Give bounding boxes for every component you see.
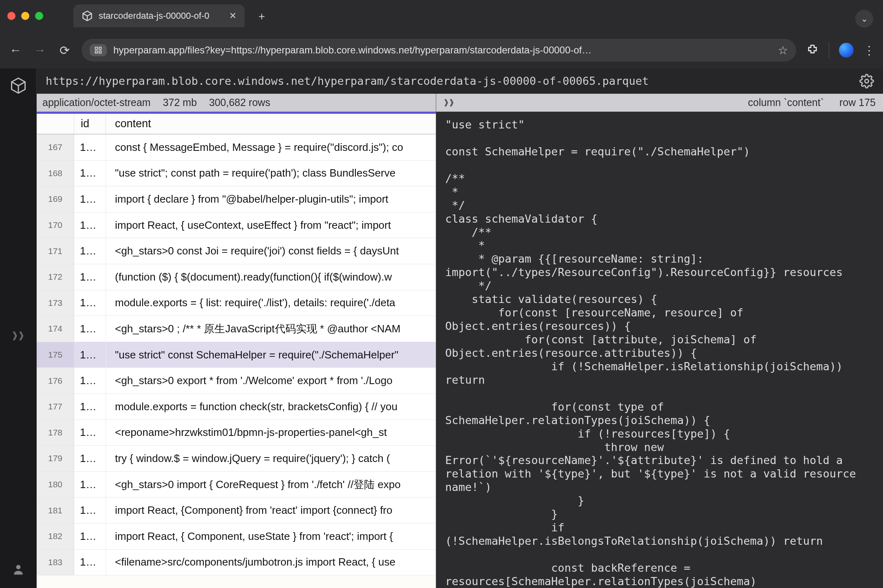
detail-row-label: row 175 [839,97,876,108]
cell-id: 1… [74,342,106,368]
app-root: ❱❱ https://hyperparam.blob.core.windows.… [0,69,883,588]
tab-close-icon[interactable]: ✕ [229,11,236,21]
row-count: 300,682 rows [209,97,270,108]
settings-gear-icon[interactable] [859,74,874,88]
cell-id: 1… [74,368,106,393]
svg-point-4 [16,565,20,569]
cell-content: <gh_stars>0 export * from './Welcome' ex… [106,368,436,393]
cell-content: import React, {Component} from 'react' i… [106,497,436,523]
table-row[interactable]: 1761…<gh_stars>0 export * from './Welcom… [37,368,436,394]
tab-overflow-button[interactable]: ⌄ [855,10,873,28]
column-header-content[interactable]: content [106,114,436,134]
minimize-window-icon[interactable] [21,12,29,20]
close-window-icon[interactable] [7,12,15,20]
row-number: 180 [37,472,74,497]
cell-id: 1… [74,135,106,160]
file-size: 372 mb [163,97,196,108]
row-number: 181 [37,497,74,523]
svg-rect-3 [99,51,102,53]
cell-content: <filename>src/components/jumbotron.js im… [106,550,436,575]
cell-id: 1… [74,550,106,575]
table-row[interactable]: 1731…module.exports = { list: require('.… [37,290,436,316]
detail-panel: ❱❱ column `content` row 175 "use strict"… [436,94,883,588]
table-row[interactable]: 1751…"use strict" const SchemaHelper = r… [37,342,436,368]
table-row[interactable]: 1721…(function ($) { $(document).ready(f… [37,264,436,290]
table-row[interactable]: 1801…<gh_stars>0 import { CoreRequest } … [37,472,436,498]
new-tab-button[interactable]: ＋ [254,9,269,23]
cell-content: <gh_stars>0 ; /** * 原生JavaScript代码实现 * @… [106,316,436,342]
row-number: 179 [37,446,74,471]
data-table[interactable]: id content 1671…const { MessageEmbed, Me… [37,112,436,588]
browser-tab[interactable]: starcoderdata-js-00000-of-0 ✕ [73,4,245,27]
table-row[interactable]: 1671…const { MessageEmbed, Message } = r… [37,135,436,161]
row-number: 171 [37,238,74,264]
path-bar: https://hyperparam.blob.core.windows.net… [37,69,883,94]
cell-id: 1… [74,472,106,497]
table-header: id content [37,112,436,135]
table-row[interactable]: 1781…<reponame>hrzwkstim01/bpmn-js-prope… [37,420,436,446]
svg-rect-2 [95,51,98,53]
cell-content: const { MessageEmbed, Message } = requir… [106,135,436,160]
cell-content: import React, { useContext, useEffect } … [106,212,436,238]
row-number: 175 [37,342,74,368]
url-text: hyperparam.app/files?key=https://hyperpa… [113,44,771,56]
table-body: 1671…const { MessageEmbed, Message } = r… [37,135,436,575]
cell-content: module.exports = function check(str, bra… [106,394,436,420]
row-number: 182 [37,524,74,549]
row-number: 174 [37,316,74,342]
table-row[interactable]: 1701…import React, { useContext, useEffe… [37,212,436,239]
toolbar: ← → ⟳ hyperparam.app/files?key=https://h… [0,32,883,69]
site-settings-icon[interactable] [90,44,107,56]
cell-content: <gh_stars>0 const Joi = require('joi') c… [106,238,436,264]
row-number-header [37,114,74,134]
cell-id: 1… [74,420,106,446]
cell-id: 1… [74,238,106,264]
detail-column-label: column `content` [748,97,824,108]
table-row[interactable]: 1771…module.exports = function check(str… [37,394,436,420]
user-icon[interactable] [12,563,25,576]
table-row[interactable]: 1821…import React, { Component, useState… [37,524,436,550]
app-logo-cube-icon[interactable] [9,77,27,95]
bookmark-star-icon[interactable]: ☆ [778,44,788,57]
table-row[interactable]: 1811…import React, {Component} from 'rea… [37,497,436,524]
reload-button[interactable]: ⟳ [57,43,72,57]
row-number: 170 [37,212,74,238]
cell-content: (function ($) { $(document).ready(functi… [106,264,436,290]
back-button[interactable]: ← [8,43,23,57]
browser-menu-icon[interactable]: ⋮ [863,44,875,57]
address-bar[interactable]: hyperparam.app/files?key=https://hyperpa… [82,39,796,62]
svg-point-5 [865,79,869,83]
cell-id: 1… [74,264,106,290]
file-path[interactable]: https://hyperparam.blob.core.windows.net… [46,75,851,87]
cell-content-code[interactable]: "use strict" const SchemaHelper = requir… [436,112,883,588]
column-header-id[interactable]: id [74,114,106,134]
site-favicon-cube-icon [82,10,93,22]
browser-chrome: starcoderdata-js-00000-of-0 ✕ ＋ ⌄ ← → ⟳ … [0,0,883,69]
cell-content: import { declare } from "@babel/helper-p… [106,186,436,212]
forward-button[interactable]: → [33,43,47,57]
row-number: 168 [37,161,74,186]
profile-avatar[interactable] [839,43,854,57]
extensions-icon[interactable] [806,44,819,57]
cell-content: module.exports = { list: require('./list… [106,290,436,316]
detail-meta-bar: ❱❱ column `content` row 175 [436,94,883,112]
maximize-window-icon[interactable] [35,12,43,20]
cell-id: 1… [74,290,106,316]
table-row[interactable]: 1831…<filename>src/components/jumbotron.… [37,550,436,576]
cell-id: 1… [74,524,106,549]
table-row[interactable]: 1791…try { window.$ = window.jQuery = re… [37,446,436,472]
rail-collapse-icon[interactable]: ❱❱ [12,329,24,342]
detail-breadcrumb-icon[interactable]: ❱❱ [444,97,455,108]
cell-id: 1… [74,446,106,471]
table-row[interactable]: 1711…<gh_stars>0 const Joi = require('jo… [37,238,436,264]
row-number: 173 [37,290,74,316]
table-row[interactable]: 1691…import { declare } from "@babel/hel… [37,186,436,212]
row-number: 178 [37,420,74,446]
table-row[interactable]: 1741…<gh_stars>0 ; /** * 原生JavaScript代码实… [37,316,436,342]
table-row[interactable]: 1681…"use strict"; const path = require(… [37,161,436,187]
main-area: https://hyperparam.blob.core.windows.net… [37,69,883,588]
row-number: 183 [37,550,74,575]
split-panes: application/octet-stream 372 mb 300,682 … [37,94,883,588]
cell-content: <gh_stars>0 import { CoreRequest } from … [106,472,436,497]
cell-id: 1… [74,497,106,523]
